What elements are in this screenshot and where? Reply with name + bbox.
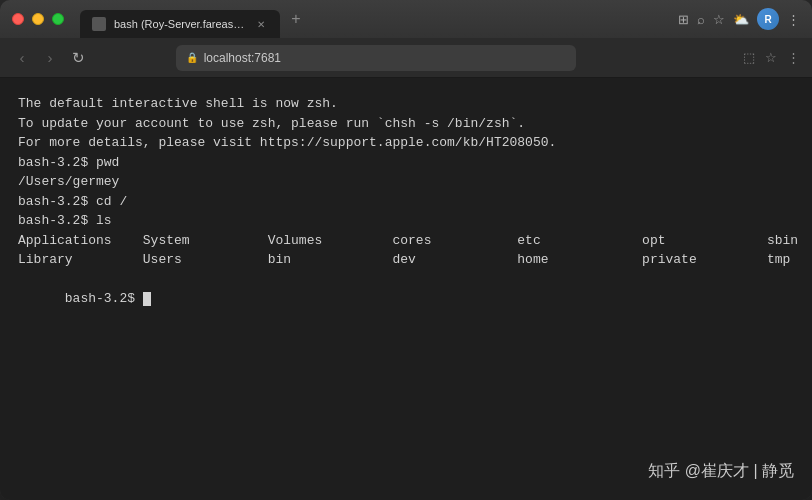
terminal-prompt-line: bash-3.2$ xyxy=(18,270,794,329)
settings-icon[interactable]: ⋮ xyxy=(787,50,800,65)
prompt-text: bash-3.2$ xyxy=(65,291,143,306)
browser-window: bash (Roy-Server.fareast.corp… ✕ + ⊞ ⌕ ☆… xyxy=(0,0,812,500)
close-button[interactable] xyxy=(12,13,24,25)
terminal-line-3: To update your account to use zsh, pleas… xyxy=(18,114,794,134)
tab-close-button[interactable]: ✕ xyxy=(254,17,268,31)
reload-button[interactable]: ↻ xyxy=(68,49,88,67)
forward-button[interactable]: › xyxy=(40,49,60,66)
cloud-icon[interactable]: ⛅ xyxy=(733,12,749,27)
bookmark-icon[interactable]: ☆ xyxy=(765,50,777,65)
lock-icon: 🔒 xyxy=(186,52,198,63)
active-tab[interactable]: bash (Roy-Server.fareast.corp… ✕ xyxy=(80,10,280,38)
titlebar: bash (Roy-Server.fareast.corp… ✕ + ⊞ ⌕ ☆… xyxy=(0,0,812,38)
terminal-line-8: bash-3.2$ ls xyxy=(18,211,794,231)
address-text: localhost:7681 xyxy=(204,51,281,65)
tab-bar: bash (Roy-Server.fareast.corp… ✕ + xyxy=(80,0,772,38)
avatar[interactable]: R xyxy=(757,8,779,30)
menu-icon[interactable]: ⋮ xyxy=(787,12,800,27)
cursor xyxy=(143,292,151,306)
nav-bar: ‹ › ↻ 🔒 localhost:7681 ⬚ ☆ ⋮ xyxy=(0,38,812,78)
terminal-line-2: The default interactive shell is now zsh… xyxy=(18,94,794,114)
terminal-line-5: bash-3.2$ pwd xyxy=(18,153,794,173)
minimize-button[interactable] xyxy=(32,13,44,25)
toolbar-icons: ⊞ ⌕ ☆ ⛅ R ⋮ xyxy=(678,0,800,38)
terminal-line-6: /Users/germey xyxy=(18,172,794,192)
terminal-line-10: Library Users bin dev home private tmp v… xyxy=(18,250,794,270)
traffic-lights xyxy=(12,13,64,25)
terminal-line-9: Applications System Volumes cores etc op… xyxy=(18,231,794,251)
back-button[interactable]: ‹ xyxy=(12,49,32,66)
address-bar[interactable]: 🔒 localhost:7681 xyxy=(176,45,576,71)
terminal-line-4: For more details, please visit https://s… xyxy=(18,133,794,153)
terminal-area[interactable]: The default interactive shell is now zsh… xyxy=(0,78,812,500)
star-icon[interactable]: ☆ xyxy=(713,12,725,27)
extension-icon[interactable]: ⊞ xyxy=(678,12,689,27)
tab-title: bash (Roy-Server.fareast.corp… xyxy=(114,18,246,30)
terminal-line-7: bash-3.2$ cd / xyxy=(18,192,794,212)
new-tab-button[interactable]: + xyxy=(284,7,308,31)
maximize-button[interactable] xyxy=(52,13,64,25)
nav-right-icons: ⬚ ☆ ⋮ xyxy=(743,50,800,65)
tab-favicon xyxy=(92,17,106,31)
extensions-icon[interactable]: ⬚ xyxy=(743,50,755,65)
search-icon[interactable]: ⌕ xyxy=(697,12,705,27)
